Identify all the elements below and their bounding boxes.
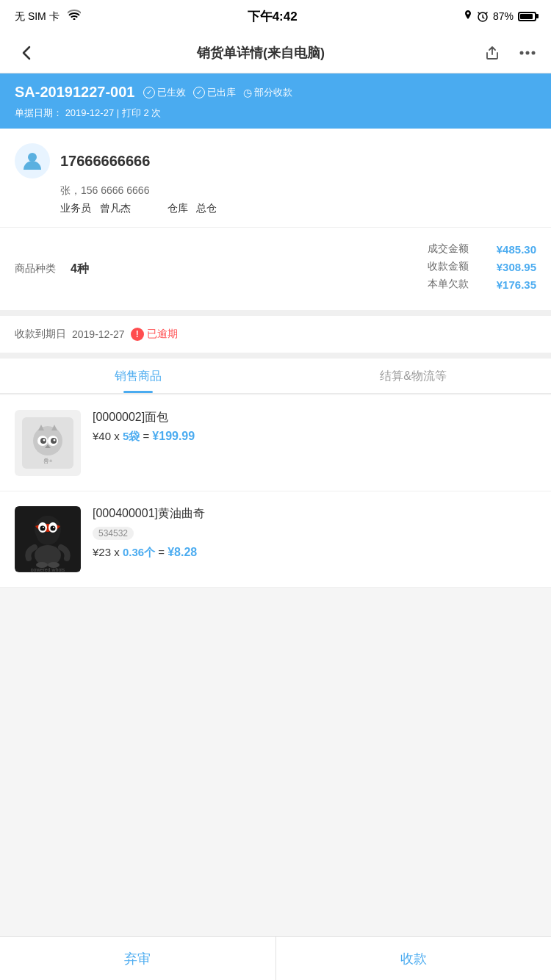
svg-point-21 xyxy=(40,526,46,531)
svg-point-14 xyxy=(54,439,56,442)
svg-point-3 xyxy=(532,51,536,54)
date-label: 单据日期： xyxy=(15,107,62,118)
status-shipped: ✓ 已出库 xyxy=(193,86,236,99)
product-price-1: ¥40 x 5袋 = ¥199.99 xyxy=(93,430,536,444)
product-placeholder-icon: 兽+ xyxy=(22,417,73,469)
summary-left: 商品种类 4种 xyxy=(15,242,89,295)
wifi-icon xyxy=(68,10,81,20)
customer-section: 17666666666 张，156 6666 6666 业务员 曾凡杰 仓库 总… xyxy=(0,129,551,228)
collect-payment-button[interactable]: 收款 xyxy=(276,937,552,980)
location-icon xyxy=(464,10,472,22)
customer-name-phone: 张，156 6666 6666 xyxy=(60,184,536,198)
status-right-icons: 87% xyxy=(464,10,536,22)
status-tags: ✓ 已生效 ✓ 已出库 ◷ 部分收款 xyxy=(143,86,292,99)
svg-point-4 xyxy=(28,153,37,162)
price-eq-1: = xyxy=(143,430,152,442)
collected-label: 收款金额 xyxy=(428,260,469,273)
qty-2: 0.36个 xyxy=(123,546,155,558)
svg-text:兽+: 兽+ xyxy=(43,458,53,464)
carrier-wifi: 无 SIM 卡 xyxy=(15,10,81,24)
due-date: 2019-12-27 xyxy=(72,328,125,340)
deal-label: 成交金额 xyxy=(428,242,469,256)
price-total-2: ¥8.28 xyxy=(168,546,197,558)
page-title: 销货单详情(来自电脑) xyxy=(41,44,480,62)
tabs-section: 销售商品 结算&物流等 xyxy=(0,359,551,394)
price-unit-1: ¥40 xyxy=(93,430,111,442)
avatar-icon xyxy=(21,150,43,172)
check-icon-2: ✓ xyxy=(193,87,205,98)
avatar xyxy=(15,143,50,179)
price-eq-2: = xyxy=(158,546,168,558)
overdue-badge: ! 已逾期 xyxy=(131,328,178,341)
product-thumb-2: powered whois xyxy=(15,506,81,572)
price-x-1: x xyxy=(114,430,123,442)
share-button[interactable] xyxy=(480,41,504,65)
product-name-2: [000400001]黄油曲奇 xyxy=(93,506,536,522)
tab-products[interactable]: 销售商品 xyxy=(0,359,276,393)
nav-right-actions xyxy=(480,41,539,65)
types-count: 4种 xyxy=(71,262,89,277)
order-date: 2019-12-27 xyxy=(65,107,115,118)
debt-value: ¥176.35 xyxy=(478,278,536,291)
svg-point-2 xyxy=(526,51,530,54)
status-bar: 无 SIM 卡 下午4:42 87% xyxy=(0,0,551,32)
types-label: 商品种类 xyxy=(15,262,56,275)
status-effective: ✓ 已生效 xyxy=(143,86,186,99)
due-date-label: 收款到期日 xyxy=(15,328,66,341)
print-count: 2 xyxy=(143,107,148,118)
product-item-2: powered whois [000400001]黄油曲奇 534532 ¥23… xyxy=(0,491,551,588)
battery-percent: 87% xyxy=(493,10,514,22)
due-section: 收款到期日 2019-12-27 ! 已逾期 xyxy=(0,316,551,359)
svg-point-24 xyxy=(53,527,54,528)
product-item-1: 兽+ [0000002]面包 ¥40 x 5袋 = ¥199.99 xyxy=(0,395,551,491)
nav-bar: 销货单详情(来自电脑) xyxy=(0,32,551,73)
summary-right: 成交金额 ¥485.30 收款金额 ¥308.95 本单欠款 ¥176.35 xyxy=(428,242,536,295)
print-suffix: 次 xyxy=(151,107,161,118)
more-button[interactable] xyxy=(516,41,539,65)
product-info-2: [000400001]黄油曲奇 534532 ¥23 x 0.36个 = ¥8.… xyxy=(93,506,536,560)
staff-label: 业务员 曾凡杰 xyxy=(60,202,131,215)
header-banner: SA-20191227-001 ✓ 已生效 ✓ 已出库 ◷ 部分收款 单据日期：… xyxy=(0,73,551,129)
product-thumb-1: 兽+ xyxy=(15,410,81,476)
svg-point-22 xyxy=(51,526,56,531)
product-sku-2: 534532 xyxy=(93,527,134,540)
product-info-1: [0000002]面包 ¥40 x 5袋 = ¥199.99 xyxy=(93,410,536,444)
customer-row: 17666666666 xyxy=(15,143,536,179)
overdue-icon: ! xyxy=(131,328,144,341)
abandon-audit-button[interactable]: 弃审 xyxy=(0,937,276,980)
product-owl-icon: powered whois xyxy=(15,507,80,572)
battery-icon xyxy=(518,12,536,21)
svg-point-23 xyxy=(43,527,44,528)
back-button[interactable] xyxy=(12,38,41,68)
bottom-bar: 弃审 收款 xyxy=(0,936,551,980)
qty-1: 5袋 xyxy=(123,430,140,442)
tab-settlement[interactable]: 结算&物流等 xyxy=(276,359,551,393)
status-time: 下午4:42 xyxy=(248,8,298,25)
price-total-1: ¥199.99 xyxy=(152,430,195,442)
product-list: 兽+ [0000002]面包 ¥40 x 5袋 = ¥199.99 xyxy=(0,395,551,588)
banner-row1: SA-20191227-001 ✓ 已生效 ✓ 已出库 ◷ 部分收款 xyxy=(15,84,536,101)
debt-amount-row: 本单欠款 ¥176.35 xyxy=(428,278,536,291)
alarm-icon xyxy=(477,10,489,22)
product-name-1: [0000002]面包 xyxy=(93,410,536,425)
deal-amount-row: 成交金额 ¥485.30 xyxy=(428,242,536,256)
banner-row2: 单据日期： 2019-12-27 | 打印 2 次 xyxy=(15,107,536,120)
overdue-text: 已逾期 xyxy=(147,328,178,341)
warehouse-label: 仓库 总仓 xyxy=(168,202,217,215)
status-partial: ◷ 部分收款 xyxy=(243,86,292,99)
product-price-2: ¥23 x 0.36个 = ¥8.28 xyxy=(93,546,536,560)
svg-point-1 xyxy=(520,51,524,54)
print-label: | 打印 xyxy=(117,107,141,118)
svg-text:powered whois: powered whois xyxy=(31,567,65,572)
carrier-text: 无 SIM 卡 xyxy=(15,10,60,22)
warehouse-name: 总仓 xyxy=(196,202,217,214)
deal-value: ¥485.30 xyxy=(478,243,536,256)
staff-name: 曾凡杰 xyxy=(100,202,131,214)
debt-label: 本单欠款 xyxy=(428,278,469,291)
check-icon-1: ✓ xyxy=(143,87,155,98)
collected-value: ¥308.95 xyxy=(478,261,536,273)
staff-row: 业务员 曾凡杰 仓库 总仓 xyxy=(60,202,536,215)
price-x-2: x xyxy=(114,546,123,558)
order-id: SA-20191227-001 xyxy=(15,84,134,101)
svg-point-13 xyxy=(43,439,46,442)
